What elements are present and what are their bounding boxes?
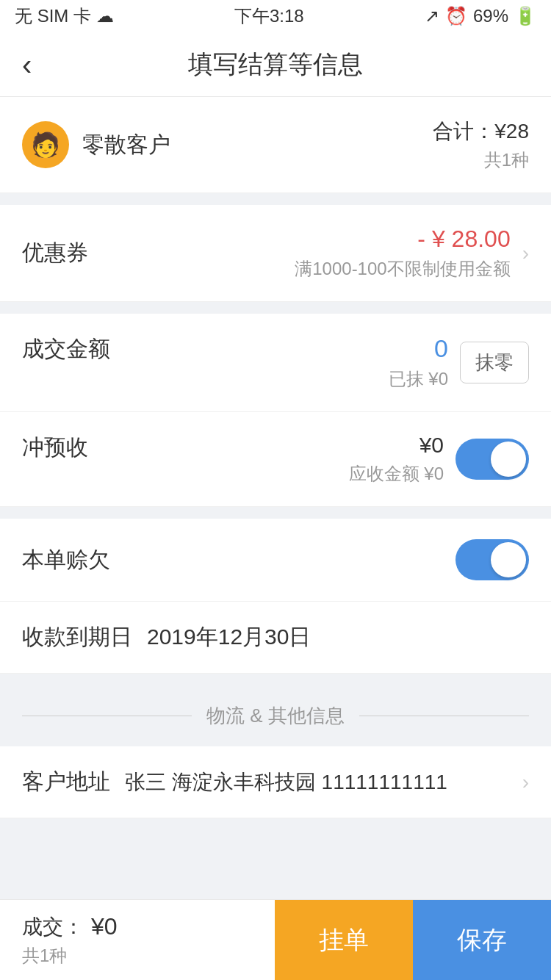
bottom-info: 成交： ¥0 共1种 [0,900,275,980]
save-button[interactable]: 保存 [413,900,551,980]
deal-prepayment-section: 成交金额 0 已抹 ¥0 抹零 冲预收 ¥0 应收金额 ¥0 [0,314,551,507]
hold-button[interactable]: 挂单 [275,900,413,980]
logistics-label: 物流 & 其他信息 [206,703,345,729]
prepayment-sub: 应收金额 ¥0 [349,462,444,486]
address-section[interactable]: 客户地址 张三 海淀永丰科技园 11111111111 › [0,746,551,818]
coupon-right: - ¥ 28.00 满1000-100不限制使用金额 › [295,226,529,281]
coupon-discount: - ¥ 28.00 [295,226,510,253]
toggle-knob [491,442,526,477]
logistics-line-left [22,716,192,716]
credit-toggle[interactable] [455,539,529,580]
coupon-label: 优惠券 [22,238,88,268]
status-right: ↗ ⏰ 69% 🔋 [425,6,536,26]
coupon-row[interactable]: 优惠券 - ¥ 28.00 满1000-100不限制使用金额 › [0,205,551,302]
page-title: 填写结算等信息 [188,48,363,82]
coupon-chevron: › [522,242,529,265]
prepayment-label: 冲预收 [22,433,88,463]
avatar: 🧑 [22,121,69,168]
battery-label: 69% [473,6,508,26]
content-area: 🧑 零散客户 合计：¥28 共1种 优惠券 - ¥ 28.00 满1000-10… [0,97,551,918]
credit-row: 本单赊欠 [0,519,551,602]
deal-amount-sub: 已抹 ¥0 [389,367,448,391]
status-bar: 无 SIM 卡 ☁ 下午3:18 ↗ ⏰ 69% 🔋 [0,0,551,32]
bottom-deal: 成交： ¥0 [22,913,253,941]
coupon-section[interactable]: 优惠券 - ¥ 28.00 满1000-100不限制使用金额 › [0,205,551,302]
address-chevron: › [522,771,529,794]
round-zero-button[interactable]: 抹零 [460,342,529,383]
customer-total: 合计：¥28 共1种 [433,118,529,172]
customer-name: 零散客户 [82,130,170,160]
location-icon: ↗ [425,6,439,26]
due-date-row: 收款到期日 2019年12月30日 [0,602,551,674]
prepayment-toggle[interactable] [455,439,529,480]
status-time: 下午3:18 [234,4,304,28]
prepayment-value: ¥0 [349,433,444,458]
no-sim-label: 无 SIM 卡 ☁ [15,4,114,28]
deal-amount-value[interactable]: 0 [389,334,448,363]
status-left: 无 SIM 卡 ☁ [15,4,114,28]
credit-toggle-knob [491,542,526,577]
deal-amount-right: 0 已抹 ¥0 抹零 [389,334,529,391]
credit-section: 本单赊欠 收款到期日 2019年12月30日 [0,519,551,674]
customer-row: 🧑 零散客户 合计：¥28 共1种 [0,97,551,193]
prepayment-right: ¥0 应收金额 ¥0 [349,433,529,486]
nav-bar: ‹ 填写结算等信息 [0,32,551,97]
prepayment-row: 冲预收 ¥0 应收金额 ¥0 [0,412,551,507]
address-row[interactable]: 客户地址 张三 海淀永丰科技园 11111111111 › [0,746,551,818]
customer-section: 🧑 零散客户 合计：¥28 共1种 [0,97,551,193]
credit-label: 本单赊欠 [22,545,110,575]
deal-amount-label: 成交金额 [22,334,110,364]
due-date-value[interactable]: 2019年12月30日 [147,622,311,652]
logistics-header: 物流 & 其他信息 [0,685,551,746]
customer-left: 🧑 零散客户 [22,121,170,168]
bottom-deal-count: 共1种 [22,944,253,968]
avatar-icon: 🧑 [31,131,60,159]
deal-amount-row: 成交金额 0 已抹 ¥0 抹零 [0,314,551,412]
coupon-sub: 满1000-100不限制使用金额 [295,257,510,281]
back-button[interactable]: ‹ [22,50,32,79]
address-value: 张三 海淀永丰科技园 11111111111 [125,768,508,796]
address-label: 客户地址 [22,767,110,797]
due-date-label: 收款到期日 [22,622,132,652]
bottom-deal-label: 成交： [22,913,84,941]
battery-icon: 🔋 [514,6,536,26]
alarm-icon: ⏰ [445,6,467,26]
bottom-bar: 成交： ¥0 共1种 挂单 保存 [0,899,551,980]
total-count: 共1种 [433,148,529,172]
bottom-deal-amount: ¥0 [91,913,118,940]
total-amount: 合计：¥28 [433,118,529,145]
logistics-line-right [359,716,529,716]
